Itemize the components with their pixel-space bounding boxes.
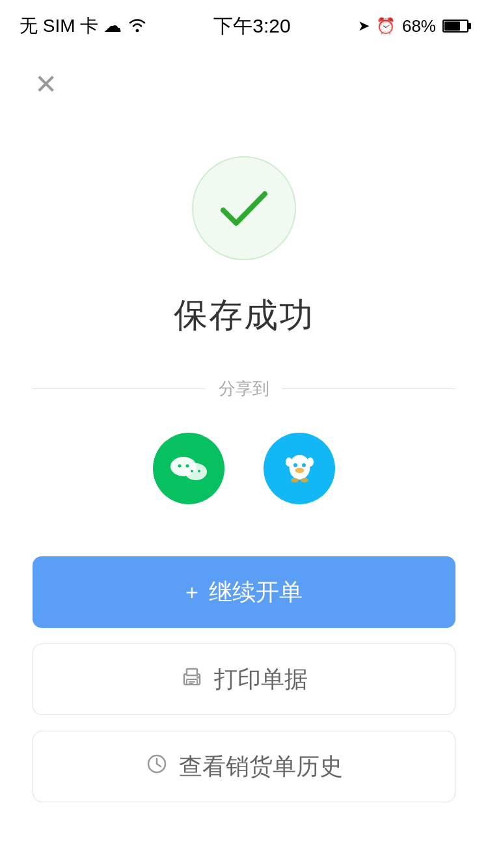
svg-point-9	[295, 468, 304, 473]
qq-icon	[278, 448, 321, 490]
svg-point-5	[198, 470, 200, 472]
close-icon: ✕	[34, 71, 57, 98]
divider-line-left	[33, 388, 206, 389]
divider-line-right	[282, 388, 455, 389]
print-button[interactable]: 打印单据	[33, 644, 455, 715]
svg-point-2	[178, 465, 182, 468]
close-button[interactable]: ✕	[26, 65, 65, 104]
battery-label: 68%	[402, 16, 436, 36]
success-icon-circle	[192, 156, 296, 260]
plus-icon: +	[185, 580, 198, 605]
svg-point-3	[186, 465, 189, 468]
status-right: ➤ ⏰ 68%	[358, 16, 468, 36]
battery-icon	[442, 20, 468, 33]
svg-point-11	[307, 457, 314, 467]
share-icons-row	[153, 433, 335, 504]
svg-point-12	[291, 478, 299, 482]
svg-point-4	[191, 470, 193, 472]
action-buttons: + 继续开单 打印单据	[33, 556, 455, 802]
svg-rect-15	[187, 669, 197, 675]
alarm-icon: ⏰	[376, 17, 396, 35]
printer-icon	[180, 665, 204, 694]
close-area: ✕	[0, 52, 488, 117]
main-content: 保存成功 分享到	[0, 117, 488, 868]
wechat-icon	[166, 446, 211, 491]
continue-label: 继续开单	[209, 576, 303, 608]
share-label: 分享到	[219, 377, 269, 400]
status-bar: 无 SIM 卡 ☁ 下午3:20 ➤ ⏰ 68%	[0, 0, 488, 52]
svg-rect-18	[189, 683, 193, 685]
svg-point-7	[293, 463, 297, 467]
svg-point-8	[302, 463, 306, 467]
status-time: 下午3:20	[213, 13, 290, 40]
history-button[interactable]: 查看销货单历史	[33, 731, 455, 802]
status-left: 无 SIM 卡 ☁	[20, 14, 146, 38]
sim-label: 无 SIM 卡 ☁	[20, 14, 122, 38]
svg-point-10	[286, 457, 292, 467]
wechat-share-button[interactable]	[153, 433, 224, 504]
continue-button[interactable]: + 继续开单	[33, 556, 455, 628]
clock-icon	[145, 752, 169, 781]
wifi-icon	[128, 16, 146, 36]
share-divider: 分享到	[33, 377, 455, 400]
svg-rect-17	[189, 681, 195, 683]
svg-point-6	[289, 455, 310, 480]
svg-point-19	[197, 676, 199, 679]
success-title: 保存成功	[174, 293, 314, 338]
history-label: 查看销货单历史	[179, 751, 343, 783]
print-label: 打印单据	[214, 664, 308, 696]
location-icon: ➤	[358, 18, 370, 34]
qq-share-button[interactable]	[264, 433, 335, 504]
svg-point-13	[301, 478, 308, 482]
checkmark-icon	[218, 187, 270, 230]
